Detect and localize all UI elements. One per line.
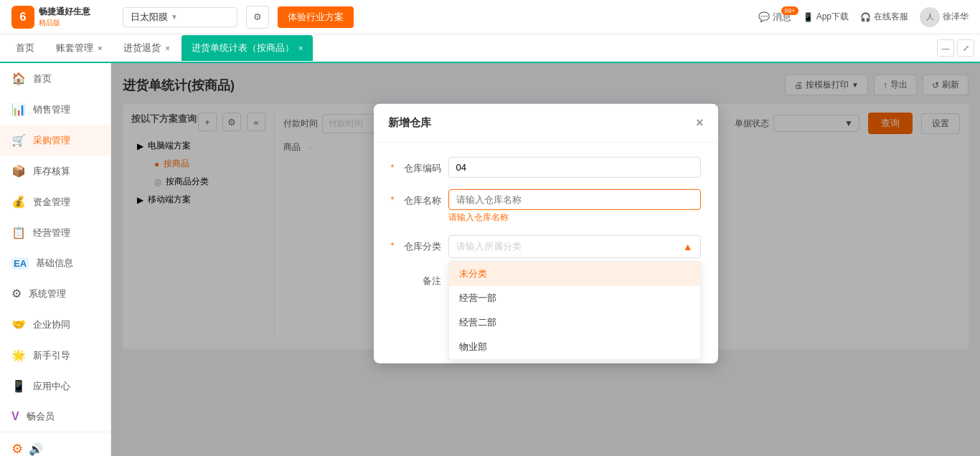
name-error-msg: 请输入仓库名称 (448, 212, 701, 224)
sidebar-item-system[interactable]: ⚙ 系统管理 (0, 278, 110, 309)
message-icon: 💬 (758, 11, 770, 22)
sidebar-item-apps[interactable]: 📱 应用中心 (0, 371, 110, 402)
finance-icon: 💰 (11, 195, 26, 209)
home-icon: 🏠 (11, 72, 26, 85)
chevron-up-icon: ▲ (683, 241, 693, 252)
store-selector[interactable]: 日太阳膜 ▼ (123, 7, 237, 27)
dropdown-arrow-icon: ▼ (171, 13, 178, 21)
modal-header: 新增仓库 × (374, 104, 718, 143)
code-input[interactable] (448, 157, 701, 178)
form-row-code: 仓库编码 (391, 157, 701, 178)
sidebar-item-operations[interactable]: 📋 经营管理 (0, 217, 110, 248)
add-warehouse-modal: 新增仓库 × 仓库编码 仓库名称 (374, 104, 718, 364)
tab-home[interactable]: 首页 (6, 35, 44, 61)
top-right: 💬 消息 99+ 📱 App下载 🎧 在线客服 人 徐泽华 (758, 7, 969, 27)
code-label: 仓库编码 (391, 157, 448, 175)
vip-icon: V (11, 410, 19, 423)
sales-icon: 📊 (11, 103, 26, 116)
tab-close-icon[interactable]: × (165, 44, 169, 52)
operations-icon: 📋 (11, 226, 26, 239)
tab-close-icon[interactable]: × (98, 44, 102, 52)
name-control: 请输入仓库名称 (448, 189, 701, 224)
minimize-tabs-button[interactable]: — (937, 39, 954, 57)
sidebar-bottom: ⚙ 🔊 (0, 432, 110, 456)
sidebar-item-home[interactable]: 🏠 首页 (0, 63, 110, 94)
main-layout: 🏠 首页 📊 销售管理 🛒 采购管理 📦 库存核算 💰 资金管理 📋 经营管理 … (0, 63, 980, 456)
sidebar-item-sales[interactable]: 📊 销售管理 (0, 94, 110, 125)
system-icon: ⚙ (11, 287, 22, 300)
code-control (448, 157, 701, 178)
form-row-category: 仓库分类 请输入所属分类 ▲ 未分类 经营一部 经 (391, 235, 701, 258)
tab-bar: 首页 账套管理 × 进货退货 × 进货单统计表（按商品） × — ⤢ (0, 34, 980, 63)
guide-icon: 🌟 (11, 348, 26, 362)
expand-tabs-button[interactable]: ⤢ (957, 39, 974, 57)
tab-accounts[interactable]: 账套管理 × (46, 35, 112, 61)
dropdown-item-dept3[interactable]: 物业部 (449, 335, 700, 359)
category-select[interactable]: 请输入所属分类 ▲ (448, 235, 701, 258)
category-control: 请输入所属分类 ▲ 未分类 经营一部 经营二部 物业部 (448, 235, 701, 258)
name-input[interactable] (448, 189, 701, 210)
settings-icon[interactable]: ⚙ (246, 6, 269, 29)
category-dropdown: 未分类 经营一部 经营二部 物业部 (448, 261, 701, 360)
settings-bottom-icon[interactable]: ⚙ (11, 441, 23, 456)
notification-badge: 99+ (781, 6, 798, 15)
sidebar-item-vip[interactable]: V 畅会员 (0, 402, 110, 432)
purchase-icon: 🛒 (11, 133, 26, 147)
avatar: 人 (920, 7, 940, 27)
modal-close-button[interactable]: × (696, 115, 704, 130)
sidebar-item-guide[interactable]: 🌟 新手引导 (0, 340, 110, 371)
trial-button[interactable]: 体验行业方案 (278, 6, 354, 28)
logo-icon: 6 (11, 6, 34, 29)
notifications-button[interactable]: 💬 消息 99+ (758, 11, 791, 24)
sidebar-item-purchase[interactable]: 🛒 采购管理 (0, 125, 110, 156)
tab-close-icon[interactable]: × (298, 44, 303, 52)
tab-purchase-return[interactable]: 进货退货 × (113, 35, 179, 61)
apps-icon: 📱 (11, 379, 26, 393)
dropdown-item-dept2[interactable]: 经营二部 (449, 310, 700, 335)
online-service-button[interactable]: 🎧 在线客服 (860, 11, 908, 23)
modal-body: 仓库编码 仓库名称 请输入仓库名称 (374, 143, 718, 316)
sidebar-item-basic-info[interactable]: EA 基础信息 (0, 248, 110, 278)
top-bar: 6 畅捷通好生意 精品版 日太阳膜 ▼ ⚙ 体验行业方案 💬 消息 99+ 📱 … (0, 0, 980, 34)
logo-area: 6 畅捷通好生意 精品版 (11, 6, 123, 29)
notes-label: 备注 (391, 270, 448, 288)
sidebar: 🏠 首页 📊 销售管理 🛒 采购管理 📦 库存核算 💰 资金管理 📋 经营管理 … (0, 63, 111, 456)
dropdown-item-dept1[interactable]: 经营一部 (449, 286, 700, 310)
sidebar-item-enterprise[interactable]: 🤝 企业协同 (0, 309, 110, 340)
sidebar-item-finance[interactable]: 💰 资金管理 (0, 186, 110, 217)
logo-text: 畅捷通好生意 精品版 (39, 6, 90, 28)
enterprise-icon: 🤝 (11, 318, 26, 331)
tab-purchase-stats[interactable]: 进货单统计表（按商品） × (182, 35, 313, 61)
user-menu[interactable]: 人 徐泽华 (920, 7, 969, 27)
content-area: 进货单统计(按商品) 🖨 按模板打印 ▼ ↑ 导出 ↺ 刷新 (111, 63, 980, 456)
tab-controls: — ⤢ (937, 39, 974, 57)
sidebar-item-inventory[interactable]: 📦 库存核算 (0, 156, 110, 186)
modal-title: 新增仓库 (388, 116, 431, 130)
app-download-button[interactable]: 📱 App下载 (803, 11, 849, 23)
inventory-icon: 📦 (11, 164, 26, 178)
dropdown-item-uncategorized[interactable]: 未分类 (449, 262, 700, 286)
volume-icon[interactable]: 🔊 (29, 442, 43, 456)
form-row-name: 仓库名称 请输入仓库名称 (391, 189, 701, 224)
mobile-icon: 📱 (803, 12, 814, 22)
headset-icon: 🎧 (860, 12, 871, 22)
category-select-wrapper: 请输入所属分类 ▲ 未分类 经营一部 经营二部 物业部 (448, 235, 701, 258)
name-label: 仓库名称 (391, 189, 448, 207)
category-label: 仓库分类 (391, 235, 448, 253)
top-actions: ⚙ 体验行业方案 (246, 6, 354, 29)
basic-info-icon: EA (11, 257, 29, 270)
